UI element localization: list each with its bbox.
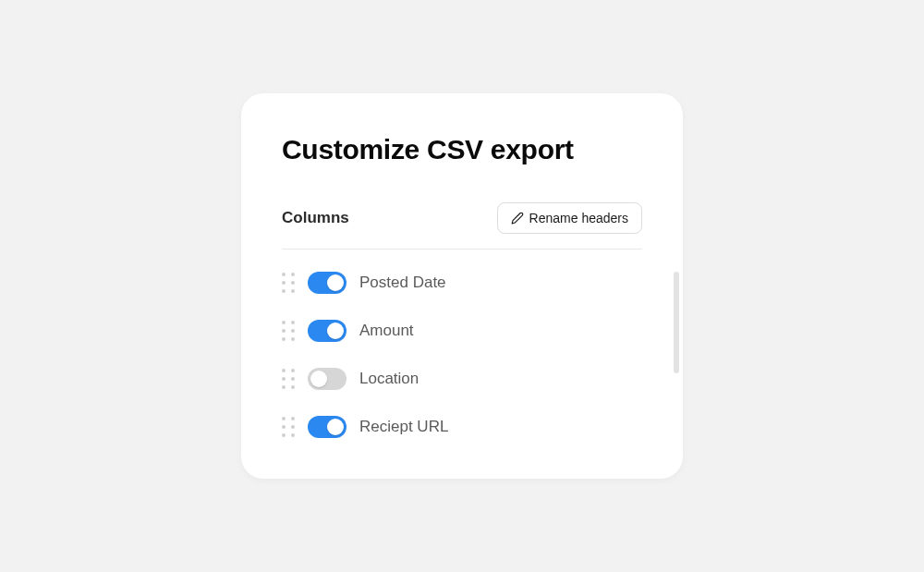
toggle-knob bbox=[327, 274, 344, 291]
columns-list: Posted Date Amount Location bbox=[282, 272, 642, 438]
toggle-knob bbox=[310, 371, 327, 387]
csv-export-card: Customize CSV export Columns Rename head… bbox=[241, 93, 683, 479]
columns-label: Columns bbox=[282, 209, 349, 227]
rename-headers-button[interactable]: Rename headers bbox=[497, 202, 642, 234]
column-row: Location bbox=[282, 368, 642, 390]
column-toggle-receipt-url[interactable] bbox=[308, 416, 346, 438]
toggle-knob bbox=[327, 419, 344, 435]
toggle-knob bbox=[327, 323, 344, 339]
column-label: Reciept URL bbox=[359, 418, 448, 436]
column-row: Reciept URL bbox=[282, 416, 642, 438]
scrollbar[interactable] bbox=[674, 272, 679, 373]
column-label: Posted Date bbox=[359, 274, 446, 292]
drag-handle-icon[interactable] bbox=[282, 321, 295, 341]
rename-headers-label: Rename headers bbox=[529, 211, 628, 225]
column-toggle-location[interactable] bbox=[308, 368, 346, 390]
card-title: Customize CSV export bbox=[282, 134, 642, 165]
columns-section-header: Columns Rename headers bbox=[282, 202, 642, 249]
column-toggle-amount[interactable] bbox=[308, 320, 346, 342]
column-row: Posted Date bbox=[282, 272, 642, 294]
pencil-icon bbox=[511, 212, 524, 225]
column-row: Amount bbox=[282, 320, 642, 342]
drag-handle-icon[interactable] bbox=[282, 273, 295, 293]
drag-handle-icon[interactable] bbox=[282, 369, 295, 389]
drag-handle-icon[interactable] bbox=[282, 417, 295, 437]
column-toggle-posted-date[interactable] bbox=[308, 272, 346, 294]
column-label: Location bbox=[359, 370, 419, 388]
column-label: Amount bbox=[359, 322, 414, 340]
